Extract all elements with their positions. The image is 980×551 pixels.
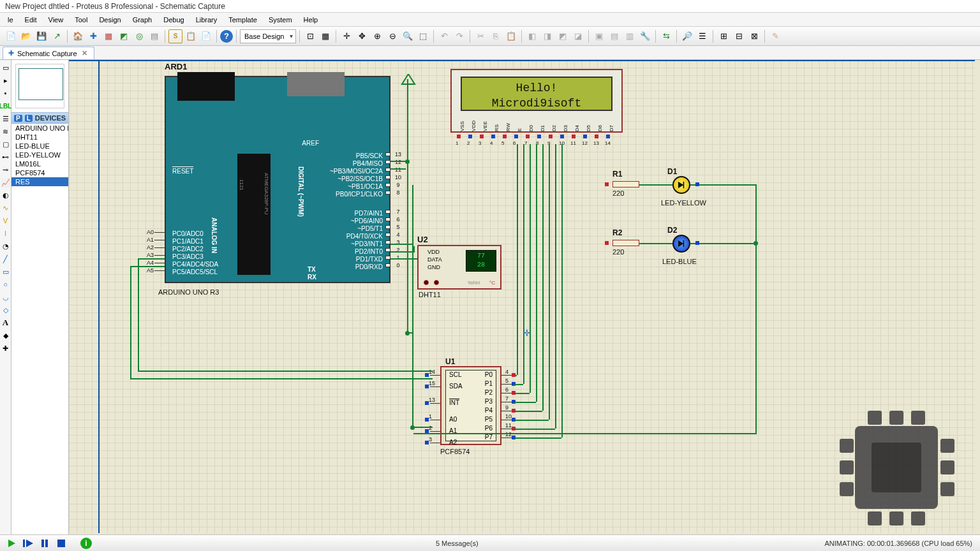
label-mode-icon[interactable]: LBL <box>1 101 11 111</box>
dht-component[interactable]: VDD DATA GND 77 28 %RH °C <box>417 245 501 290</box>
3d-icon[interactable]: ◩ <box>117 29 131 43</box>
zoom-fit-icon[interactable]: 🔍 <box>401 29 415 43</box>
decompose-icon[interactable]: 🔧 <box>638 29 652 43</box>
report-icon[interactable]: 📋 <box>184 29 198 43</box>
open-icon[interactable]: 📂 <box>19 29 33 43</box>
status-messages[interactable]: 5 Message(s) <box>97 540 817 547</box>
new-sheet-icon[interactable]: ✎ <box>768 29 782 43</box>
origin-icon[interactable]: ✛ <box>339 29 353 43</box>
graph-mode-icon[interactable]: 📈 <box>1 177 11 187</box>
pin-mode-icon[interactable]: ⊸ <box>1 165 11 175</box>
arc-2d-icon[interactable]: ◡ <box>1 292 11 302</box>
tab-close-icon[interactable]: ✕ <box>80 49 89 57</box>
instruments-icon[interactable]: ◔ <box>1 241 11 251</box>
wire-autoroute-icon[interactable]: ⇆ <box>659 29 673 43</box>
text-script-icon[interactable]: ☰ <box>1 114 11 124</box>
redo-icon[interactable]: ↷ <box>452 29 466 43</box>
menu-tool[interactable]: Tool <box>70 15 93 25</box>
design-variant-select[interactable]: Base Design <box>240 29 296 43</box>
info-icon[interactable]: i <box>80 538 92 549</box>
menu-system[interactable]: System <box>264 15 297 25</box>
arduino-body[interactable]: 1121 ATMEGA328P-PU ANALOG IN DIGITAL (~P… <box>165 76 390 283</box>
save-icon[interactable]: 💾 <box>34 29 48 43</box>
pcb-icon[interactable]: ▦ <box>101 29 115 43</box>
src-icon[interactable]: S <box>168 29 182 43</box>
menu-help[interactable]: Help <box>299 15 323 25</box>
menu-view[interactable]: View <box>43 15 69 25</box>
grid-dots-icon[interactable]: ⊡ <box>303 29 317 43</box>
pick-l-icon[interactable]: L <box>25 115 33 122</box>
probe-i-icon[interactable]: I <box>1 228 11 239</box>
make-dev-icon[interactable]: ▤ <box>607 29 621 43</box>
device-item[interactable]: LED-BLUE <box>11 142 68 151</box>
search-icon[interactable]: 🔎 <box>680 29 694 43</box>
cut-icon[interactable]: ✂ <box>473 29 487 43</box>
doc-icon[interactable]: 📄 <box>199 29 213 43</box>
menu-library[interactable]: Library <box>191 15 223 25</box>
overview-window[interactable] <box>15 64 64 108</box>
zoom-in-icon[interactable]: ⊕ <box>370 29 384 43</box>
pan-icon[interactable]: ✥ <box>355 29 369 43</box>
probe-v-icon[interactable]: V <box>1 216 11 226</box>
device-item[interactable]: DHT11 <box>11 133 68 142</box>
r1-component[interactable] <box>612 181 639 187</box>
device-item[interactable]: LED-YELLOW <box>11 151 68 159</box>
path-2d-icon[interactable]: ◇ <box>1 305 11 315</box>
generator-mode-icon[interactable]: ∿ <box>1 203 11 213</box>
led-blue-component[interactable] <box>672 235 690 253</box>
device-item[interactable]: RES <box>11 177 68 186</box>
bom2-icon[interactable]: ⊠ <box>747 29 761 43</box>
pick-p-icon[interactable]: P <box>14 115 22 122</box>
grid-lines-icon[interactable]: ▦ <box>318 29 332 43</box>
undo-icon[interactable]: ↶ <box>437 29 451 43</box>
menu-edit[interactable]: Edit <box>20 15 42 25</box>
gerber-icon[interactable]: ◎ <box>132 29 146 43</box>
device-list[interactable]: ARDUINO UNO R3DHT11LED-BLUELED-YELLOWLM0… <box>11 124 68 534</box>
block-move-icon[interactable]: ◨ <box>540 29 554 43</box>
device-item[interactable]: LM016L <box>11 159 68 168</box>
r2-component[interactable] <box>612 240 639 246</box>
new-file-icon[interactable]: 📄 <box>4 29 18 43</box>
copy-icon[interactable]: ⎘ <box>489 29 503 43</box>
tab-schematic[interactable]: ✚ Schematic Capture ✕ <box>3 47 94 59</box>
component-mode-icon[interactable]: ▸ <box>1 75 11 85</box>
led-yellow-component[interactable] <box>672 176 690 194</box>
line-2d-icon[interactable]: ╱ <box>1 254 11 264</box>
junction-mode-icon[interactable]: • <box>1 88 11 98</box>
help-icon[interactable]: ? <box>220 30 233 43</box>
zoom-area-icon[interactable]: ⬚ <box>416 29 430 43</box>
bom-icon[interactable]: ▤ <box>147 29 161 43</box>
block-rot-icon[interactable]: ◩ <box>556 29 570 43</box>
menu-design[interactable]: Design <box>94 15 126 25</box>
play-icon[interactable] <box>5 537 18 550</box>
step-icon[interactable] <box>22 537 34 550</box>
paste-icon[interactable]: 📋 <box>504 29 518 43</box>
lcd-component[interactable]: Hello! Microdi9isoft VSSVDDVEERSRWED0D1D… <box>450 69 623 133</box>
subcircuit-icon[interactable]: ▢ <box>1 139 11 149</box>
close-proj-icon[interactable]: ↗ <box>50 29 64 43</box>
terminal-mode-icon[interactable]: ⊷ <box>1 152 11 162</box>
home-icon[interactable]: 🏠 <box>71 29 85 43</box>
select-mode-icon[interactable]: ▭ <box>1 62 11 73</box>
block-del-icon[interactable]: ◪ <box>571 29 585 43</box>
symbol-2d-icon[interactable]: ◆ <box>1 330 11 341</box>
menu-file[interactable]: le <box>3 15 19 25</box>
netlist-icon[interactable]: ⊞ <box>716 29 731 43</box>
erc-icon[interactable]: ⊟ <box>732 29 746 43</box>
zoom-out-icon[interactable]: ⊖ <box>385 29 399 43</box>
packaging-icon[interactable]: ▥ <box>623 29 637 43</box>
block-copy-icon[interactable]: ◧ <box>525 29 539 43</box>
device-item[interactable]: ARDUINO UNO R3 <box>11 124 68 133</box>
circle-2d-icon[interactable]: ○ <box>1 279 11 290</box>
pause-icon[interactable] <box>38 537 51 550</box>
tape-mode-icon[interactable]: ◐ <box>1 190 11 200</box>
box-2d-icon[interactable]: ▭ <box>1 267 11 277</box>
bus-mode-icon[interactable]: ≋ <box>1 126 11 136</box>
pe-icon[interactable]: ☰ <box>695 29 709 43</box>
menu-template[interactable]: Template <box>223 15 262 25</box>
menu-debug[interactable]: Debug <box>158 15 189 25</box>
stop-icon[interactable] <box>55 537 68 550</box>
schematic-icon[interactable]: ✚ <box>86 29 100 43</box>
menu-graph[interactable]: Graph <box>128 15 158 25</box>
device-item[interactable]: PCF8574 <box>11 168 68 177</box>
